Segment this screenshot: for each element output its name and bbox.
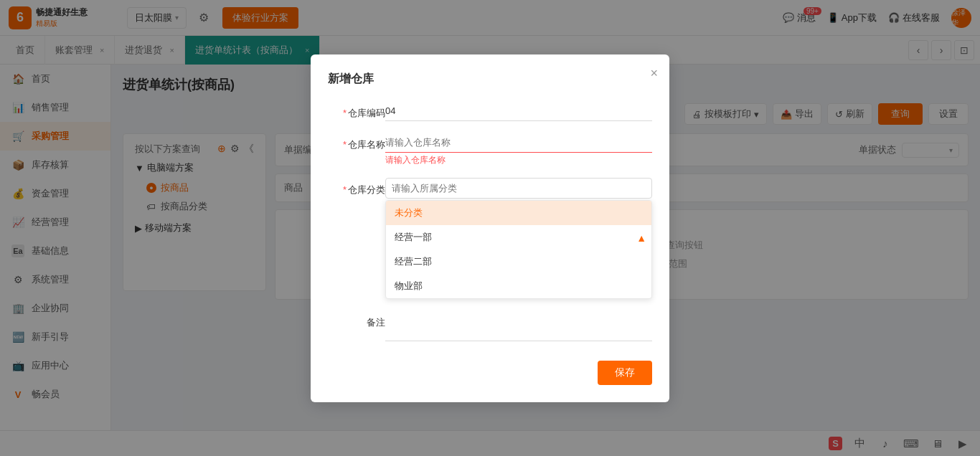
modal-title: 新增仓库 xyxy=(328,72,652,87)
notes-input-wrap xyxy=(385,310,652,343)
code-input-wrap xyxy=(385,101,652,121)
category-option-none[interactable]: 未分类 xyxy=(386,201,651,225)
form-row-code: 仓库编码 xyxy=(328,101,652,121)
category-option-1[interactable]: 经营一部 xyxy=(386,225,651,250)
name-input[interactable] xyxy=(385,133,652,153)
notes-textarea[interactable] xyxy=(385,310,652,341)
add-warehouse-modal: 新增仓库 × 仓库编码 仓库名称 请输入仓库名称 仓库分类 ▲ xyxy=(311,54,669,402)
form-row-notes: 备注 xyxy=(328,310,652,343)
name-error-msg: 请输入仓库名称 xyxy=(385,154,652,166)
category-toggle-icon[interactable]: ▲ xyxy=(636,232,646,244)
modal-overlay: 新增仓库 × 仓库编码 仓库名称 请输入仓库名称 仓库分类 ▲ xyxy=(0,0,980,456)
category-dropdown: 未分类 经营一部 经营二部 物业部 xyxy=(385,200,652,299)
modal-close-button[interactable]: × xyxy=(650,66,658,81)
code-input[interactable] xyxy=(385,101,652,121)
category-label: 仓库分类 xyxy=(328,178,385,196)
notes-label: 备注 xyxy=(328,310,385,329)
save-button[interactable]: 保存 xyxy=(598,361,652,385)
name-input-wrap: 请输入仓库名称 xyxy=(385,133,652,166)
form-row-category: 仓库分类 ▲ 未分类 经营一部 经营二部 物业部 xyxy=(328,178,652,299)
category-input-wrap: ▲ 未分类 经营一部 经营二部 物业部 xyxy=(385,178,652,299)
form-row-name: 仓库名称 请输入仓库名称 xyxy=(328,133,652,166)
code-label: 仓库编码 xyxy=(328,101,385,120)
name-label: 仓库名称 xyxy=(328,133,385,151)
modal-footer: 保存 xyxy=(328,361,652,385)
category-input[interactable] xyxy=(385,178,652,199)
category-option-3[interactable]: 物业部 xyxy=(386,274,651,298)
category-option-2[interactable]: 经营二部 xyxy=(386,250,651,274)
